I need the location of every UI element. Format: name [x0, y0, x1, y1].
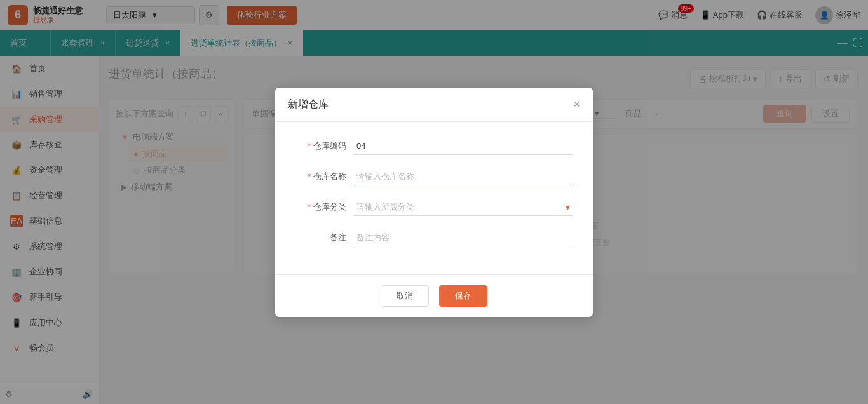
name-input[interactable] [354, 168, 573, 185]
name-label: 仓库名称 [295, 171, 346, 182]
modal-close-button[interactable]: × [573, 98, 580, 110]
form-row-name: 仓库名称 [295, 168, 573, 185]
cancel-button[interactable]: 取消 [381, 285, 429, 307]
remark-input[interactable] [354, 229, 573, 246]
modal-backdrop: 新增仓库 × 仓库编码 仓库名称 仓库分类 请输入所属分类 ▾ [0, 0, 868, 404]
category-label: 仓库分类 [295, 201, 346, 213]
code-input[interactable] [354, 137, 573, 155]
code-label: 仓库编码 [295, 140, 346, 152]
form-row-remark: 备注 [295, 229, 573, 246]
new-warehouse-modal: 新增仓库 × 仓库编码 仓库名称 仓库分类 请输入所属分类 ▾ [275, 88, 593, 317]
modal-title: 新增仓库 [288, 98, 329, 111]
modal-footer: 取消 保存 [275, 274, 593, 317]
form-row-category: 仓库分类 请输入所属分类 ▾ [295, 198, 573, 216]
category-select-wrapper: 请输入所属分类 ▾ [354, 198, 573, 216]
modal-body: 仓库编码 仓库名称 仓库分类 请输入所属分类 ▾ 备注 [275, 122, 593, 274]
remark-label: 备注 [295, 232, 346, 243]
form-row-code: 仓库编码 [295, 137, 573, 155]
save-button[interactable]: 保存 [439, 285, 487, 307]
category-select[interactable]: 请输入所属分类 [354, 198, 573, 216]
modal-header: 新增仓库 × [275, 88, 593, 122]
